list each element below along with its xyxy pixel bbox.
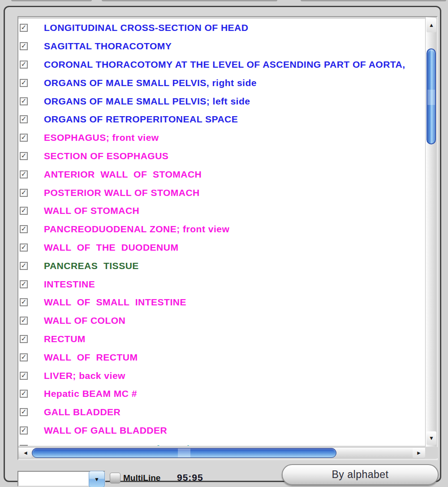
list-item[interactable]: ✓CORONAL THORACOTOMY AT THE LEVEL OF ASC… xyxy=(18,56,425,74)
item-checkbox[interactable]: ✓ xyxy=(20,152,28,160)
dropdown-button[interactable]: ▼ xyxy=(89,471,105,487)
top-edge-line xyxy=(301,0,446,1)
list-item[interactable]: ✓WALL OF GALL BLADDER xyxy=(18,422,425,440)
item-checkbox[interactable]: ✓ xyxy=(20,42,28,50)
item-checkbox[interactable]: ✓ xyxy=(20,189,28,197)
item-label: Hepatic BEAM MC # xyxy=(44,388,137,399)
item-label: RECTUM xyxy=(44,334,86,344)
item-label: GALL BLADDER xyxy=(44,407,121,417)
list-item[interactable]: ✓SECTION OF ESOPHAGUS xyxy=(18,147,425,165)
item-label: SECTION OF ESOPHAGUS xyxy=(44,151,168,161)
dropdown-arrow-icon: ▼ xyxy=(94,476,99,483)
item-checkbox[interactable]: ✓ xyxy=(20,335,28,343)
item-label: WALL OF RECTUM xyxy=(44,352,138,363)
top-edge-line xyxy=(102,0,277,1)
list-item[interactable]: ✓PANCREODUODENAL ZONE; front view xyxy=(18,220,425,239)
item-label: WALL OF THE DUODENUM xyxy=(44,242,178,253)
app-window: ✓LONGITUDINAL CROSS-SECTION OF HEAD✓SAGI… xyxy=(0,0,448,487)
item-label: LONGITUDINAL CROSS-SECTION OF HEAD xyxy=(44,22,248,33)
item-checkbox[interactable]: ✓ xyxy=(20,61,28,69)
list-item[interactable]: ✓ANTERIOR WALL OF STOMACH xyxy=(18,165,425,183)
item-checkbox[interactable]: ✓ xyxy=(20,79,28,87)
list-item[interactable]: ✓LIVER; back view xyxy=(18,366,425,385)
item-label: CORONAL THORACOTOMY AT THE LEVEL OF ASCE… xyxy=(44,59,405,70)
item-label: ORGANS OF RETROPERITONEAL SPACE xyxy=(44,114,238,125)
list-item[interactable]: ✓RECTUM xyxy=(18,330,425,348)
checklist[interactable]: ✓LONGITUDINAL CROSS-SECTION OF HEAD✓SAGI… xyxy=(18,19,425,446)
item-label: WALL OF COLON xyxy=(44,315,125,326)
item-checkbox[interactable]: ✓ xyxy=(20,298,28,306)
scrollbar-corner xyxy=(425,447,438,458)
item-label: PANCREODUODENAL ZONE; front view xyxy=(44,224,229,235)
scroll-left-button[interactable]: ◄ xyxy=(19,448,32,458)
multiline-label: MultiLine xyxy=(123,473,160,483)
scroll-down-button[interactable]: ▼ xyxy=(426,431,436,445)
list-item[interactable]: ✓WALL OF THE DUODENUM xyxy=(18,239,425,257)
left-arrow-icon: ◄ xyxy=(23,450,28,456)
item-checkbox[interactable]: ✓ xyxy=(20,134,28,142)
list-item[interactable]: ✓WALL OF COLON xyxy=(18,312,425,330)
item-checkbox[interactable]: ✓ xyxy=(20,408,28,416)
checklist-frame: ✓LONGITUDINAL CROSS-SECTION OF HEAD✓SAGI… xyxy=(17,16,438,460)
item-checkbox[interactable]: ✓ xyxy=(20,372,28,380)
list-item[interactable]: ✓ORGANS OF RETROPERITONEAL SPACE xyxy=(18,110,425,129)
multiline-checkbox[interactable] xyxy=(110,473,121,483)
list-item[interactable]: ✓POSTERIOR WALL OF STOMACH xyxy=(18,183,425,202)
item-checkbox[interactable]: ✓ xyxy=(20,426,28,435)
list-item[interactable]: ✓ORGANS OF MALE SMALL PELVIS, right side xyxy=(18,74,425,92)
item-label: ORGANS OF MALE SMALL PELVIS, right side xyxy=(44,78,257,88)
item-checkbox[interactable]: ✓ xyxy=(20,97,28,105)
list-item[interactable]: ✓Hepatic BEAM MC # xyxy=(18,385,425,403)
item-checkbox[interactable]: ✓ xyxy=(20,170,28,178)
item-label: POSTERIOR WALL OF STOMACH xyxy=(44,187,200,198)
dropdown[interactable]: ▼ xyxy=(17,471,105,487)
vertical-scrollbar[interactable]: ▲ ▼ xyxy=(425,17,437,447)
list-item[interactable]: ✓ORGANS OF MALE SMALL PELVIS; left side xyxy=(18,92,425,110)
item-label: WALL OF STOMACH xyxy=(44,205,139,216)
list-item[interactable]: ✓PANCREAS TISSUE xyxy=(18,257,425,275)
item-label: WALL OF GALL BLADDER xyxy=(44,425,167,436)
by-alphabet-button[interactable]: By alphabet xyxy=(282,464,439,485)
item-checkbox[interactable]: ✓ xyxy=(20,207,28,215)
down-arrow-icon: ▼ xyxy=(429,435,434,441)
item-label: ORGANS OF MALE SMALL PELVIS; left side xyxy=(44,96,250,107)
list-item[interactable]: ✓GALL BLADDER xyxy=(18,403,425,422)
item-label: PARANASAL SINUSES; front view xyxy=(44,444,202,446)
list-item[interactable]: ✓ESOPHAGUS; front view xyxy=(18,129,425,147)
vertical-scroll-thumb[interactable] xyxy=(426,48,436,144)
item-checkbox[interactable]: ✓ xyxy=(20,244,28,252)
scroll-right-button[interactable]: ► xyxy=(413,448,425,458)
list-item[interactable]: ✓PARANASAL SINUSES; front view xyxy=(18,439,425,446)
item-checkbox[interactable]: ✓ xyxy=(20,445,28,446)
item-label: LIVER; back view xyxy=(44,370,125,381)
main-panel: ✓LONGITUDINAL CROSS-SECTION OF HEAD✓SAGI… xyxy=(4,6,441,482)
item-label: PANCREAS TISSUE xyxy=(44,261,139,271)
item-checkbox[interactable]: ✓ xyxy=(20,390,28,398)
right-arrow-icon: ► xyxy=(416,450,422,456)
item-checkbox[interactable]: ✓ xyxy=(20,115,28,123)
item-checkbox[interactable]: ✓ xyxy=(20,24,28,32)
item-checkbox[interactable]: ✓ xyxy=(20,262,28,270)
item-label: ANTERIOR WALL OF STOMACH xyxy=(44,169,202,180)
horizontal-scrollbar[interactable]: ◄ ► xyxy=(18,447,426,458)
scroll-up-button[interactable]: ▲ xyxy=(426,18,436,32)
list-item[interactable]: ✓WALL OF RECTUM xyxy=(18,348,425,366)
item-checkbox[interactable]: ✓ xyxy=(20,225,28,233)
list-item[interactable]: ✓WALL OF STOMACH xyxy=(18,202,425,220)
horizontal-scroll-thumb[interactable] xyxy=(32,448,336,458)
item-label: SAGITTAL THORACOTOMY xyxy=(44,41,172,52)
item-checkbox[interactable]: ✓ xyxy=(20,317,28,325)
item-label: ESOPHAGUS; front view xyxy=(44,132,159,143)
top-edge-line xyxy=(11,0,92,1)
list-item[interactable]: ✓SAGITTAL THORACOTOMY xyxy=(18,37,425,56)
up-arrow-icon: ▲ xyxy=(429,22,434,28)
item-checkbox[interactable]: ✓ xyxy=(20,280,28,288)
item-label: WALL OF SMALL INTESTINE xyxy=(44,297,186,308)
item-count: 95:95 xyxy=(177,472,203,483)
list-item[interactable]: ✓INTESTINE xyxy=(18,275,425,293)
list-item[interactable]: ✓LONGITUDINAL CROSS-SECTION OF HEAD xyxy=(18,19,425,37)
list-item[interactable]: ✓WALL OF SMALL INTESTINE xyxy=(18,293,425,312)
item-label: INTESTINE xyxy=(44,279,95,290)
item-checkbox[interactable]: ✓ xyxy=(20,353,28,361)
